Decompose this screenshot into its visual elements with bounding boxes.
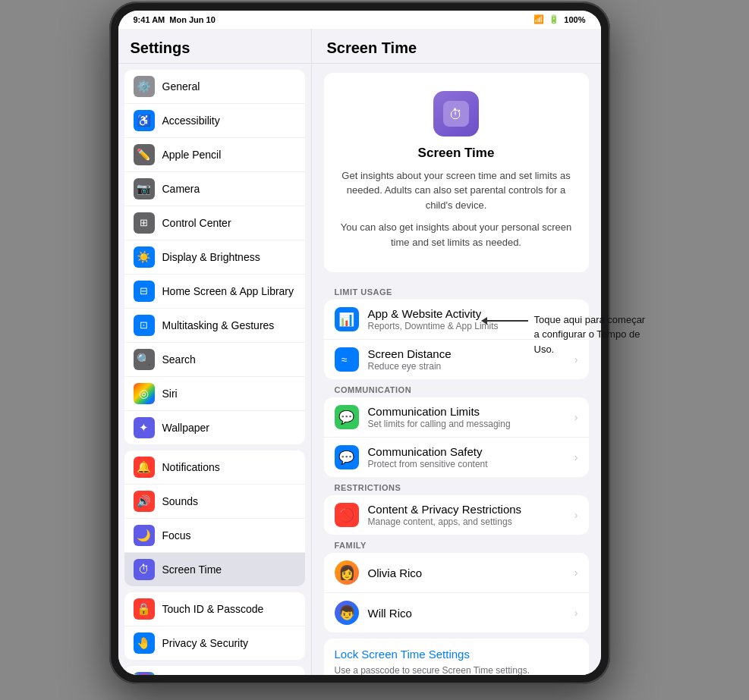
battery-level: 100% (564, 15, 585, 24)
sidebar-item-privacy[interactable]: 🤚 Privacy & Security (124, 626, 305, 660)
settings-row-comm-safety[interactable]: 💬 Communication Safety Protect from sens… (324, 438, 589, 477)
callout-arrow (481, 317, 487, 325)
content-privacy-icon: 🚫 (335, 503, 359, 527)
comm-limits-text: Communication Limits Set limits for call… (368, 405, 568, 429)
sidebar-item-wallpaper[interactable]: ✦ Wallpaper (124, 411, 305, 444)
comm-limits-chevron: › (574, 411, 578, 423)
sidebar-item-touch-id[interactable]: 🔒 Touch ID & Passcode (124, 592, 305, 626)
sidebar-item-sounds[interactable]: 🔊 Sounds (124, 485, 305, 519)
hero-card: ⏱ Screen Time Get insights about your sc… (324, 73, 589, 273)
display-icon: ☀️ (134, 246, 155, 268)
comm-limits-subtitle: Set limits for calling and messaging (368, 419, 568, 429)
olivia-chevron: › (574, 567, 578, 579)
home-screen-label: Home Screen & App Library (162, 285, 294, 297)
settings-group-comm: 💬 Communication Limits Set limits for ca… (324, 397, 589, 477)
will-title: Will Rico (368, 607, 568, 620)
touch-id-label: Touch ID & Passcode (162, 603, 264, 615)
sidebar-item-search[interactable]: 🔍 Search (124, 343, 305, 377)
apple-pencil-icon: ✏️ (134, 144, 155, 165)
sidebar-scroll[interactable]: ⚙️ General ♿ Accessibility ✏️ Apple Penc… (118, 64, 311, 675)
lock-desc: Use a passcode to secure Screen Time set… (324, 664, 589, 675)
comm-safety-text: Communication Safety Protect from sensit… (368, 445, 568, 469)
settings-group-restrictions: 🚫 Content & Privacy Restrictions Manage … (324, 495, 589, 535)
general-label: General (162, 80, 200, 93)
sidebar-item-focus[interactable]: 🌙 Focus (124, 519, 305, 553)
section-label-restrictions: RESTRICTIONS (335, 483, 586, 492)
sidebar-item-game-center[interactable]: 🎮 Game Center (124, 666, 305, 675)
lock-link[interactable]: Lock Screen Time Settings (324, 639, 589, 664)
sidebar-item-camera[interactable]: 📷 Camera (124, 172, 305, 206)
sidebar-group-3: 🔒 Touch ID & Passcode 🤚 Privacy & Securi… (124, 592, 305, 660)
home-screen-icon: ⊟ (134, 281, 155, 302)
hero-description-1: Get insights about your screen time and … (339, 168, 574, 213)
callout-wrapper: Toque aqui para começar a configurar o T… (486, 312, 648, 357)
sidebar-item-multitasking[interactable]: ⊡ Multitasking & Gestures (124, 309, 305, 343)
svg-text:⏱: ⏱ (449, 107, 463, 122)
lock-group: Lock Screen Time Settings Use a passcode… (324, 639, 589, 675)
status-bar: 9:41 AM Mon Jun 10 📶 🔋 100% (118, 11, 601, 29)
sidebar-item-notifications[interactable]: 🔔 Notifications (124, 450, 305, 485)
multitasking-label: Multitasking & Gestures (162, 319, 275, 331)
focus-icon: 🌙 (134, 525, 155, 546)
sidebar-item-general[interactable]: ⚙️ General (124, 70, 305, 104)
content-privacy-chevron: › (574, 509, 578, 521)
multitasking-icon: ⊡ (134, 315, 155, 336)
screen-distance-subtitle: Reduce eye strain (368, 361, 568, 372)
olivia-avatar: 👩 (335, 560, 359, 585)
notifications-label: Notifications (162, 461, 220, 473)
sidebar-item-siri[interactable]: ◎ Siri (124, 377, 305, 411)
sidebar-title: Settings (118, 29, 311, 64)
screen-time-icon: ⏱ (134, 559, 155, 580)
accessibility-label: Accessibility (162, 115, 220, 127)
control-center-label: Control Center (162, 217, 231, 229)
notifications-icon: 🔔 (134, 457, 155, 478)
comm-safety-icon: 💬 (335, 445, 359, 469)
comm-safety-subtitle: Protect from sensitive content (368, 459, 568, 469)
wallpaper-icon: ✦ (134, 417, 155, 438)
status-date: Mon Jun 10 (169, 15, 216, 24)
settings-row-comm-limits[interactable]: 💬 Communication Limits Set limits for ca… (324, 397, 589, 438)
settings-row-content-privacy[interactable]: 🚫 Content & Privacy Restrictions Manage … (324, 495, 589, 535)
wallpaper-label: Wallpaper (162, 422, 210, 434)
content-privacy-text: Content & Privacy Restrictions Manage co… (368, 503, 568, 527)
will-chevron: › (574, 607, 578, 619)
sidebar-item-screen-time[interactable]: ⏱ Screen Time (124, 553, 305, 586)
privacy-icon: 🤚 (134, 633, 155, 654)
sounds-icon: 🔊 (134, 491, 155, 512)
sidebar-group-4: 🎮 Game Center ☁️ iCloud 💳 Wallet & Apple… (124, 666, 305, 675)
olivia-title: Olivia Rico (368, 567, 568, 579)
siri-label: Siri (162, 388, 178, 400)
callout-line (486, 320, 528, 322)
settings-row-olivia[interactable]: 👩 Olivia Rico › (324, 553, 589, 593)
general-icon: ⚙️ (134, 76, 155, 97)
battery-icon: 🔋 (549, 14, 559, 24)
hero-title: Screen Time (339, 146, 574, 161)
comm-safety-chevron: › (574, 451, 578, 463)
siri-icon: ◎ (134, 383, 155, 404)
section-label-family: FAMILY (335, 541, 586, 550)
content-privacy-title: Content & Privacy Restrictions (368, 503, 568, 516)
hero-description-2: You can also get insights about your per… (339, 220, 574, 250)
accessibility-icon: ♿ (134, 110, 155, 131)
privacy-label: Privacy & Security (162, 637, 249, 649)
camera-label: Camera (162, 183, 200, 195)
settings-row-will[interactable]: 👦 Will Rico › (324, 593, 589, 633)
will-avatar: 👦 (335, 601, 359, 625)
sidebar-item-accessibility[interactable]: ♿ Accessibility (124, 104, 305, 138)
display-label: Display & Brightness (162, 251, 260, 263)
sidebar-item-control-center[interactable]: ⊞ Control Center (124, 206, 305, 240)
sidebar-group-2: 🔔 Notifications 🔊 Sounds 🌙 Focus (124, 450, 305, 586)
search-label: Search (162, 353, 196, 366)
focus-label: Focus (162, 529, 191, 541)
section-label-limit: LIMIT USAGE (335, 287, 586, 297)
svg-text:≈: ≈ (341, 353, 348, 366)
sidebar-item-home-screen[interactable]: ⊟ Home Screen & App Library (124, 275, 305, 309)
screen-time-label: Screen Time (162, 563, 222, 576)
sidebar-item-display[interactable]: ☀️ Display & Brightness (124, 240, 305, 275)
status-bar-right: 📶 🔋 100% (533, 14, 585, 24)
sidebar-item-apple-pencil[interactable]: ✏️ Apple Pencil (124, 138, 305, 172)
olivia-text: Olivia Rico (368, 567, 568, 579)
comm-safety-title: Communication Safety (368, 445, 568, 458)
settings-group-family: 👩 Olivia Rico › 👦 (324, 553, 589, 633)
main-scroll[interactable]: ⏱ Screen Time Get insights about your sc… (312, 64, 601, 675)
